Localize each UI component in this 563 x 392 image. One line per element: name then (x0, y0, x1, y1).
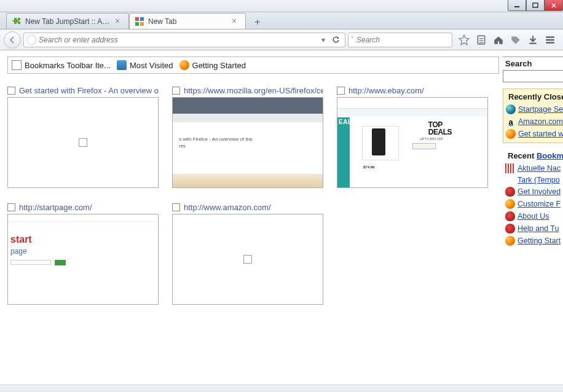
maximize-icon (532, 2, 538, 9)
speed-dial-tile[interactable]: http://www.ebay.com/ EAL $74.99 TOPDEALS… (337, 85, 488, 188)
speed-dial-grid: Get started with Firefox - An overview o… (7, 85, 503, 305)
tile-checkbox[interactable] (172, 203, 180, 211)
tile-thumbnail[interactable]: s with Firefox - An overview of the res (172, 97, 323, 188)
speed-dial-tile[interactable]: http://www.amazon.com/ (172, 202, 323, 305)
download-icon (527, 34, 538, 45)
home-button[interactable] (493, 34, 504, 45)
sidebar-search-section: Search (503, 57, 563, 82)
status-bar (0, 385, 563, 392)
svg-rect-6 (135, 22, 139, 26)
search-input[interactable] (356, 36, 449, 44)
tile-thumbnail[interactable] (7, 97, 159, 188)
menu-button[interactable] (545, 34, 556, 45)
recent-bookmark-item[interactable]: Tark (Tempo (505, 174, 563, 186)
bug-icon (505, 224, 515, 233)
reload-button[interactable] (329, 36, 342, 44)
firefox-icon (506, 129, 516, 139)
svg-line-9 (353, 37, 353, 38)
url-bar[interactable]: ▾ (23, 33, 345, 47)
search-bar[interactable] (348, 33, 452, 47)
search-icon (351, 36, 354, 44)
close-icon (551, 2, 557, 9)
recent-bookmark-item[interactable]: Customize F (505, 198, 563, 210)
back-button[interactable] (4, 31, 21, 49)
tab-label: New Tab (148, 17, 227, 26)
svg-rect-0 (514, 6, 519, 7)
speed-dial-tile[interactable]: https://www.mozilla.org/en-US/firefox/ce… (172, 85, 323, 188)
amazon-icon: a (506, 117, 516, 127)
bookmark-most-visited[interactable]: Most Visited (117, 60, 173, 70)
url-dropdown-button[interactable]: ▾ (318, 36, 329, 44)
svg-rect-5 (140, 17, 144, 21)
firefox-icon (505, 199, 515, 209)
window-minimize-button[interactable] (508, 0, 526, 11)
tile-url: http://startpage.com/ (19, 203, 92, 212)
speed-dial-tile[interactable]: Get started with Firefox - An overview o… (7, 85, 159, 188)
tab-close-button[interactable]: × (232, 17, 240, 26)
tile-url: http://www.amazon.com/ (184, 203, 271, 212)
new-tab-button[interactable]: + (250, 15, 266, 29)
tile-url: Get started with Firefox - An overview o… (19, 86, 159, 95)
speed-dial-tile[interactable]: http://startpage.com/ startpage (7, 202, 159, 305)
tile-thumbnail[interactable] (172, 214, 323, 305)
bookmarks-list-button[interactable] (476, 34, 487, 45)
recent-bookmark-item[interactable]: About Us (505, 210, 563, 222)
tile-checkbox[interactable] (7, 203, 15, 211)
sidebar-search-title: Search (503, 57, 563, 70)
recent-bookmark-item[interactable]: Getting Start (505, 235, 563, 247)
window-maximize-button[interactable] (526, 0, 545, 11)
bug-icon (505, 211, 515, 221)
bookmark-star-button[interactable] (459, 34, 470, 45)
svg-point-8 (352, 36, 353, 37)
thumb-text: s with Firefox - An overview of the res (179, 136, 253, 149)
pocket-button[interactable] (510, 34, 521, 45)
most-visited-icon (117, 60, 127, 70)
sidebar-recent-bookmarks-section: Recent Bookma Aktuelle Nac Tark (Tempo G… (503, 149, 563, 249)
sidebar-search-input[interactable] (503, 70, 563, 82)
tile-checkbox[interactable] (337, 87, 345, 95)
recently-closed-item[interactable]: aAmazon.com (506, 116, 563, 128)
tab-addons[interactable]: New Tab JumpStart :: Add-... × (6, 13, 129, 29)
downloads-button[interactable] (527, 34, 538, 45)
reload-icon (331, 36, 340, 44)
loading-icon (79, 138, 87, 147)
firefox-icon (505, 236, 515, 246)
puzzle-icon (12, 17, 22, 26)
back-arrow-icon (8, 36, 17, 44)
bookmark-label: Most Visited (130, 61, 173, 70)
bookmark-getting-started[interactable]: Getting Started (179, 60, 246, 70)
loading-icon (243, 255, 252, 264)
recently-closed-item[interactable]: Startpage Se (506, 103, 563, 116)
tile-checkbox[interactable] (172, 87, 180, 95)
recently-closed-item[interactable]: Get started w (506, 128, 563, 140)
jumpstart-icon (135, 17, 144, 26)
svg-rect-7 (140, 22, 144, 26)
bookmark-label: Bookmarks Toolbar Ite... (25, 61, 111, 70)
bookmark-label: Getting Started (192, 61, 246, 70)
recent-bookmarks-title: Recent Bookma (505, 149, 563, 162)
window-title-bar (0, 0, 563, 12)
window-close-button[interactable] (545, 0, 563, 11)
tile-checkbox[interactable] (7, 87, 15, 95)
recent-bookmark-item[interactable]: Help and Tu (505, 222, 563, 235)
nav-toolbar: ▾ (0, 29, 563, 50)
page-content: Bookmarks Toolbar Ite... Most Visited Ge… (0, 50, 563, 385)
firefox-icon (179, 60, 189, 70)
tile-url: http://www.ebay.com/ (348, 86, 424, 95)
url-input[interactable] (39, 36, 318, 44)
bookmark-folder-toolbar[interactable]: Bookmarks Toolbar Ite... (12, 60, 111, 70)
tile-thumbnail[interactable]: EAL $74.99 TOPDEALS UP TO 80% OFF (337, 97, 488, 188)
tab-newtab[interactable]: New Tab × (129, 13, 246, 29)
svg-rect-1 (533, 3, 538, 7)
bug-icon (505, 187, 515, 197)
svg-rect-4 (135, 17, 139, 21)
tag-icon (510, 34, 521, 45)
tile-thumbnail[interactable]: startpage (7, 214, 159, 305)
tab-close-button[interactable]: × (115, 17, 124, 26)
recent-bookmark-item[interactable]: Aktuelle Nac (505, 162, 563, 174)
sidebar: Search Recently Closed Startpage Se aAma… (503, 57, 563, 385)
recently-closed-title: Recently Closed (506, 90, 563, 103)
recent-bookmark-item[interactable]: Get Involved (505, 186, 563, 198)
clipboard-icon (476, 34, 487, 45)
site-icon (505, 163, 515, 173)
